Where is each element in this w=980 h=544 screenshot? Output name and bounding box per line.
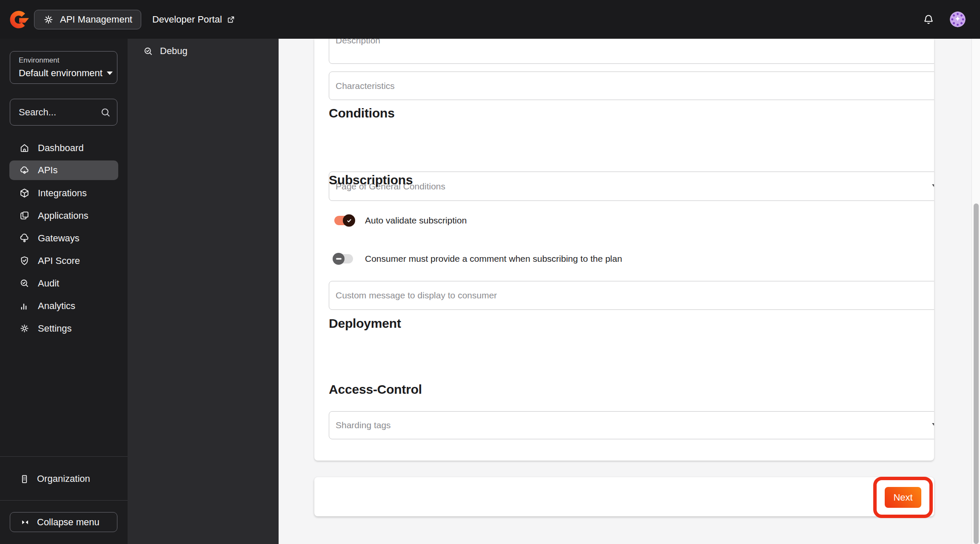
gear-icon <box>43 14 54 25</box>
sidebar-item-label: API Score <box>38 255 80 266</box>
sidebar-item-dashboard[interactable]: Dashboard <box>9 137 118 159</box>
sidebar-nav: Dashboard APIs Integrations <box>0 137 128 340</box>
sidebar-item-label: Audit <box>38 278 59 289</box>
product-label: API Management <box>60 14 132 25</box>
api-management-switcher[interactable]: API Management <box>34 10 141 29</box>
toggle-label: Consumer must provide a comment when sub… <box>365 254 622 264</box>
dropdown-arrow-icon <box>932 423 934 427</box>
description-label: Description <box>336 39 380 46</box>
cube-icon <box>19 188 30 198</box>
sidebar-item-api-score[interactable]: API Score <box>9 249 118 272</box>
sidebar-item-label: Gateways <box>38 233 80 244</box>
top-bar: API Management Developer Portal <box>0 0 980 39</box>
toggle-on <box>334 216 353 225</box>
characteristics-input[interactable] <box>329 72 934 100</box>
scrollbar-thumb[interactable] <box>974 203 979 544</box>
sidebar-item-applications[interactable]: Applications <box>9 204 118 227</box>
sidebar-item-settings[interactable]: Settings <box>9 317 118 340</box>
sidebar-item-apis[interactable]: APIs <box>9 160 118 180</box>
portal-label: Developer Portal <box>152 14 222 25</box>
collapse-icon <box>20 518 30 527</box>
sidebar-item-label: Analytics <box>38 301 75 312</box>
main-content: Description Conditions Page of General C… <box>279 39 980 544</box>
sharding-tags-select[interactable]: Sharding tags <box>329 411 934 439</box>
sharding-tags-placeholder: Sharding tags <box>336 420 391 430</box>
cloud-node-icon <box>19 233 30 243</box>
collapse-menu-button[interactable]: Collapse menu <box>10 512 117 532</box>
stacked-squares-icon <box>19 210 30 221</box>
search-input[interactable] <box>19 107 100 118</box>
sidebar-item-analytics[interactable]: Analytics <box>9 295 118 317</box>
notifications-bell-icon[interactable] <box>922 13 935 26</box>
search-check-icon <box>19 278 30 289</box>
sidebar-item-label: Integrations <box>38 188 87 199</box>
external-link-icon <box>226 15 236 24</box>
dropdown-arrow-icon <box>932 184 934 189</box>
primary-sidebar: Environment Default environment Dashboar… <box>0 39 128 544</box>
user-avatar[interactable] <box>950 11 966 27</box>
sidebar-item-integrations[interactable]: Integrations <box>9 182 118 204</box>
environment-label: Environment <box>19 56 59 65</box>
sidebar-item-label: Settings <box>38 323 72 334</box>
dash-icon <box>336 258 342 260</box>
search-icon <box>100 107 111 118</box>
building-icon <box>19 474 30 484</box>
bar-chart-icon <box>19 301 30 311</box>
check-icon <box>346 217 353 224</box>
gravitee-logo-icon[interactable] <box>9 9 30 31</box>
sidebar-search <box>10 99 117 126</box>
home-icon <box>19 143 30 153</box>
description-textarea[interactable]: Description <box>329 39 934 64</box>
auto-validate-toggle-row[interactable]: Auto validate subscription <box>334 213 920 228</box>
toggle-thumb <box>343 215 355 227</box>
collapse-menu-label: Collapse menu <box>37 517 100 528</box>
sidebar-item-audit[interactable]: Audit <box>9 272 118 295</box>
toggle-label: Auto validate subscription <box>365 215 467 226</box>
developer-portal-link[interactable]: Developer Portal <box>152 14 236 25</box>
chevron-down-icon <box>107 72 113 75</box>
sidebar-divider <box>0 500 128 501</box>
next-button[interactable]: Next <box>885 487 921 508</box>
cloud-gear-icon <box>19 165 30 176</box>
gear-icon <box>19 323 30 334</box>
deployment-heading: Deployment <box>329 316 401 331</box>
form-footer-bar <box>314 477 934 516</box>
sidebar-item-label: APIs <box>38 165 57 176</box>
secondary-sidebar: Debug <box>128 39 279 544</box>
sidebar-item-label: Dashboard <box>38 143 84 154</box>
shield-check-icon <box>19 255 30 266</box>
app-screen: API Management Developer Portal <box>0 0 980 544</box>
subsidebar-item-label: Debug <box>160 46 188 57</box>
access-control-heading: Access-Control <box>329 382 422 397</box>
annotation-highlight-ring: Next <box>873 477 933 518</box>
toggle-off <box>334 254 353 263</box>
toggle-thumb <box>333 253 345 265</box>
sidebar-item-label: Applications <box>38 210 88 221</box>
general-conditions-select[interactable]: Page of General Conditions <box>329 172 934 201</box>
scrollbar-track <box>971 39 980 544</box>
environment-selector[interactable]: Environment Default environment <box>10 51 117 84</box>
sidebar-item-organization[interactable]: Organization <box>19 469 90 489</box>
environment-value: Default environment <box>19 68 103 79</box>
comment-required-toggle-row[interactable]: Consumer must provide a comment when sub… <box>334 252 920 266</box>
custom-message-input[interactable] <box>329 281 934 310</box>
sidebar-divider <box>0 456 128 457</box>
conditions-heading: Conditions <box>329 106 395 120</box>
sidebar-item-gateways[interactable]: Gateways <box>9 227 118 249</box>
search-check-icon <box>143 46 154 57</box>
plan-form-card: Description Conditions Page of General C… <box>314 39 934 461</box>
subsidebar-item-debug[interactable]: Debug <box>136 41 194 61</box>
subscriptions-heading: Subscriptions <box>329 173 413 187</box>
sidebar-item-label: Organization <box>37 473 90 484</box>
